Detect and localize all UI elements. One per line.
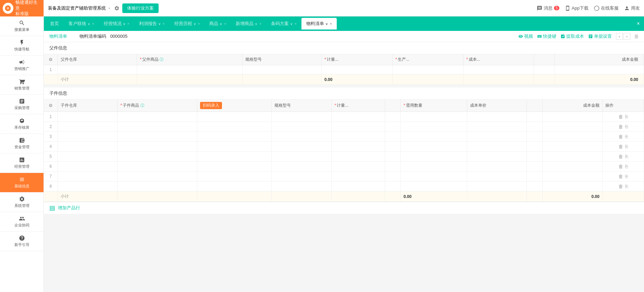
copy-icon-7[interactable]: ⎘ <box>625 174 628 179</box>
sidebar-item-guide[interactable]: 新手引导 <box>0 232 44 251</box>
child-row-6-spec[interactable] <box>272 162 332 172</box>
child-row-2-product[interactable] <box>117 122 197 132</box>
delete-icon-2[interactable]: 🗑 <box>618 124 623 129</box>
child-row-6-unit[interactable] <box>332 162 385 172</box>
parent-col-gear-icon[interactable]: ⚙ <box>49 57 53 62</box>
parent-row-1-cost[interactable] <box>463 65 534 74</box>
tab-customers-close[interactable]: × <box>92 22 94 26</box>
child-row-1-unit-cost[interactable] <box>467 112 527 122</box>
child-row-4-product[interactable] <box>117 142 197 152</box>
bill-settings-action[interactable]: 单据设置 <box>588 33 612 39</box>
child-row-7-unit-cost[interactable] <box>467 172 527 182</box>
trial-button[interactable]: 体验行业方案 <box>122 3 159 13</box>
child-row-6-product[interactable] <box>117 162 197 172</box>
tab-home[interactable]: 首页 <box>45 18 64 30</box>
copy-icon-2[interactable]: ⎘ <box>625 124 628 129</box>
settings-gear-icon[interactable] <box>114 5 120 11</box>
sidebar-item-sales[interactable]: 销售管理 <box>0 75 44 95</box>
copy-icon-1[interactable]: ⎘ <box>625 114 628 119</box>
tab-profit-close[interactable]: × <box>163 22 165 26</box>
child-row-1-warehouse[interactable] <box>58 112 117 122</box>
tab-operations[interactable]: 经营情况 ∨ × <box>99 18 134 30</box>
child-row-2-qty[interactable] <box>400 122 467 132</box>
online-service-btn[interactable]: 在线客服 <box>594 5 619 11</box>
child-row-5-warehouse[interactable] <box>58 152 117 162</box>
delete-icon-6[interactable]: 🗑 <box>618 164 623 169</box>
sidebar-item-operations[interactable]: 经营管理 <box>0 153 44 173</box>
sidebar-item-inventory[interactable]: 库存核算 <box>0 114 44 134</box>
child-row-6-unit-cost[interactable] <box>467 162 527 172</box>
child-row-1-qty[interactable] <box>400 112 467 122</box>
child-row-4-qty[interactable] <box>400 142 467 152</box>
copy-icon-8[interactable]: ⎘ <box>625 184 628 189</box>
breadcrumb-link[interactable]: 物料清单 <box>49 33 67 39</box>
delete-icon-4[interactable]: 🗑 <box>618 144 623 149</box>
sidebar-item-finance[interactable]: 资金管理 <box>0 134 44 153</box>
child-row-7-product[interactable] <box>117 172 197 182</box>
child-row-3-unit[interactable] <box>332 132 385 142</box>
child-row-7-qty[interactable] <box>400 172 467 182</box>
nav-next-button[interactable]: › <box>623 33 630 40</box>
parent-row-1-production[interactable] <box>392 65 463 74</box>
child-row-4-warehouse[interactable] <box>58 142 117 152</box>
child-row-2-unit-cost[interactable] <box>467 122 527 132</box>
tab-barcode[interactable]: 条码方案 ∨ × <box>266 18 301 30</box>
close-all-tabs-button[interactable]: × <box>634 21 643 27</box>
tab-bom-close[interactable]: × <box>330 22 332 26</box>
child-col-gear-icon[interactable]: ⚙ <box>49 103 53 108</box>
sidebar-item-search[interactable]: 搜索菜单 <box>0 16 44 36</box>
child-row-8-warehouse[interactable] <box>58 182 117 191</box>
child-row-5-unit-cost[interactable] <box>467 152 527 162</box>
sidebar-item-marketing[interactable]: 营销推广 <box>0 56 44 75</box>
parent-row-1-spec[interactable] <box>242 65 321 74</box>
copy-icon-5[interactable]: ⎘ <box>625 154 628 159</box>
cost-action[interactable]: 提取成本 <box>560 33 584 39</box>
sidebar-item-system[interactable]: 系统管理 <box>0 192 44 212</box>
tab-barcode-close[interactable]: × <box>295 22 297 26</box>
child-row-7-unit[interactable] <box>332 172 385 182</box>
child-row-5-unit[interactable] <box>332 152 385 162</box>
delete-icon-1[interactable]: 🗑 <box>618 114 623 119</box>
child-row-4-unit[interactable] <box>332 142 385 152</box>
child-row-8-unit-cost[interactable] <box>467 182 527 191</box>
child-row-8-product[interactable] <box>117 182 197 191</box>
child-row-3-product[interactable] <box>117 132 197 142</box>
tab-history[interactable]: 经营历程 ∨ × <box>170 18 205 30</box>
system-selector[interactable]: 装备及固定资产辅助管理系统 <box>48 5 111 11</box>
child-row-1-product[interactable] <box>117 112 197 122</box>
tab-add-product-close[interactable]: × <box>259 22 261 26</box>
tab-profit[interactable]: 利润报告 ∨ × <box>134 18 170 30</box>
child-row-1-unit[interactable] <box>332 112 385 122</box>
parent-row-1-unit[interactable] <box>322 65 393 74</box>
sidebar-item-quick-nav[interactable]: 快捷导航 <box>0 36 44 56</box>
sidebar-item-enterprise[interactable]: 企业协同 <box>0 212 44 232</box>
scan-input-button[interactable]: 扫码录入 <box>200 102 222 109</box>
nav-prev-button[interactable]: ‹ <box>616 33 623 40</box>
tab-add-product[interactable]: 新增商品 ∨ × <box>231 18 266 30</box>
copy-icon-6[interactable]: ⎘ <box>625 164 628 169</box>
tab-products[interactable]: 商品 ∨ × <box>205 18 231 30</box>
child-row-7-warehouse[interactable] <box>58 172 117 182</box>
child-row-2-unit[interactable] <box>332 122 385 132</box>
child-row-2-spec[interactable] <box>272 122 332 132</box>
child-row-2-warehouse[interactable] <box>58 122 117 132</box>
child-row-7-spec[interactable] <box>272 172 332 182</box>
child-row-3-unit-cost[interactable] <box>467 132 527 142</box>
message-btn[interactable]: 消息 5 <box>537 5 559 11</box>
shortcut-action[interactable]: 快捷键 <box>537 33 556 39</box>
child-row-3-warehouse[interactable] <box>58 132 117 142</box>
child-row-5-product[interactable] <box>117 152 197 162</box>
child-row-5-qty[interactable] <box>400 152 467 162</box>
child-row-8-unit[interactable] <box>332 182 385 191</box>
tab-operations-close[interactable]: × <box>127 22 129 26</box>
add-row-label[interactable]: 增加产品行 <box>58 205 80 211</box>
sidebar-item-basic-info[interactable]: 基础信息 <box>0 173 44 192</box>
tab-history-close[interactable]: × <box>198 22 200 26</box>
copy-icon-4[interactable]: ⎘ <box>625 144 628 149</box>
delete-icon-3[interactable]: 🗑 <box>618 134 623 139</box>
child-row-8-spec[interactable] <box>272 182 332 191</box>
child-row-4-spec[interactable] <box>272 142 332 152</box>
child-row-3-spec[interactable] <box>272 132 332 142</box>
tab-customers[interactable]: 客户联络 ∨ × <box>64 18 99 30</box>
parent-row-1-product[interactable] <box>137 65 242 74</box>
